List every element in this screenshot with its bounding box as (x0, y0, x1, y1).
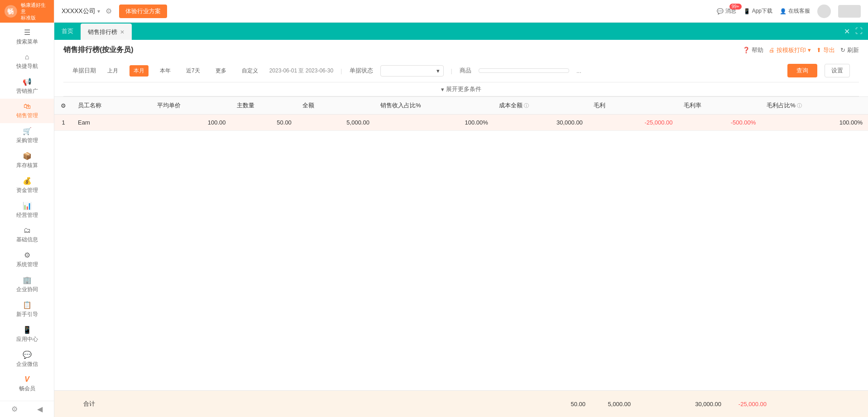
date-preset-more[interactable]: 更多 (211, 65, 230, 77)
sidebar-settings-btn[interactable]: ⚙ (11, 405, 18, 413)
col-settings[interactable]: ⚙ (54, 97, 72, 115)
template-print-btn[interactable]: 🖨 按模板打印 ▾ (769, 46, 811, 54)
footer-qty: 50.00 (555, 395, 591, 412)
content-area: 销售排行榜(按业务员) ❓ 帮助 🖨 按模板打印 ▾ ⬆ 导出 (54, 40, 868, 417)
sidebar-item-marketing[interactable]: 📢 营销推广 (0, 74, 54, 99)
sidebar-nav: ☰ 搜索菜单 ⌂ 快捷导航 📢 营销推广 🛍 销售管理 🛒 采购管理 📦 库存核… (0, 23, 54, 401)
filter-separator-1: | (340, 67, 342, 74)
filter-ellipsis[interactable]: ... (576, 67, 581, 74)
user-name-area[interactable] (838, 5, 861, 18)
refresh-btn[interactable]: ↻ 刷新 (840, 46, 859, 54)
query-button[interactable]: 查询 (787, 64, 817, 77)
footer-amount: 5,000.00 (591, 395, 636, 412)
sidebar-item-vip[interactable]: V 畅会员 (0, 372, 54, 396)
sidebar-item-quick-nav[interactable]: ⌂ 快捷导航 (0, 49, 54, 74)
sidebar-item-guide[interactable]: 📋 新手引导 (0, 297, 54, 322)
online-service-btn[interactable]: 👤 在线客服 (780, 7, 810, 15)
footer-label: 合计 (78, 395, 518, 412)
sidebar-item-wechat[interactable]: 💬 企业微信 (0, 347, 54, 372)
user-avatar[interactable] (817, 5, 831, 18)
col-gross-pct: 毛利占比% ⓘ (761, 97, 868, 115)
cell-qty: 50.00 (231, 115, 297, 131)
cell-gross-rate: -500.00% (678, 115, 762, 131)
marketing-icon: 📢 (23, 77, 32, 86)
footer-empty-rank (60, 395, 78, 412)
topbar-settings-icon[interactable]: ⚙ (106, 7, 112, 15)
footer-total: 合计 50.00 5,000.00 30,000.00 -25,000.00 (54, 390, 868, 417)
app-download-icon: 📱 (743, 8, 750, 14)
col-gross-profit: 毛利 (588, 97, 678, 115)
gross-pct-help-icon[interactable]: ⓘ (797, 103, 802, 108)
expand-more-btn[interactable]: ▾ 展开更多条件 (441, 85, 481, 93)
message-badge: 99+ (729, 4, 742, 10)
sidebar-item-inventory[interactable]: 📦 库存核算 (0, 148, 54, 173)
purchase-icon: 🛒 (23, 127, 32, 135)
sales-icon: 🛍 (24, 102, 31, 110)
logo: 畅 畅康通好生意 标准版 (0, 0, 54, 23)
trial-btn[interactable]: 体验行业方案 (119, 5, 167, 18)
sidebar-item-system[interactable]: ⚙ 系统管理 (0, 247, 54, 272)
sidebar-collapse-btn[interactable]: ◀ (37, 405, 43, 413)
company-name: XXXXX公司 (62, 7, 96, 15)
app-download-btn[interactable]: 📱 App下载 (743, 7, 772, 15)
search-order-icon: ☰ (24, 28, 30, 37)
cost-help-icon[interactable]: ⓘ (524, 103, 529, 108)
cell-rank: 1 (54, 115, 72, 131)
sidebar-item-app-center[interactable]: 📱 应用中心 (0, 322, 54, 347)
sidebar-item-enterprise[interactable]: 🏢 企业协同 (0, 272, 54, 297)
page-title: 销售排行榜(按业务员) (63, 45, 134, 55)
page-actions: ❓ 帮助 🖨 按模板打印 ▾ ⬆ 导出 ↻ 刷新 (743, 46, 859, 54)
sidebar-item-purchase[interactable]: 🛒 采购管理 (0, 123, 54, 148)
status-filter-label: 单据状态 (350, 67, 373, 75)
wechat-icon: 💬 (23, 350, 32, 359)
footer-empty-gross-pct (817, 395, 863, 412)
tabbar-actions: ✕ ⛶ (844, 27, 868, 36)
sidebar-bottom: ⚙ ◀ (0, 401, 54, 417)
topbar: XXXXX公司 ▾ ⚙ 体验行业方案 💬 消息 99+ 📱 App下载 👤 在线… (54, 0, 868, 23)
footer-empty-rate (772, 395, 817, 412)
date-preset-this-month[interactable]: 本月 (129, 65, 149, 77)
main-content: XXXXX公司 ▾ ⚙ 体验行业方案 💬 消息 99+ 📱 App下载 👤 在线… (54, 0, 868, 417)
goods-filter-input[interactable] (479, 68, 569, 73)
tab-close-all-icon[interactable]: ✕ (844, 27, 850, 36)
sidebar-item-search-order[interactable]: ☰ 搜索菜单 (0, 24, 54, 49)
sidebar-item-operations[interactable]: 📊 经营管理 (0, 198, 54, 223)
print-chevron-icon: ▾ (808, 47, 811, 53)
svg-text:畅: 畅 (7, 8, 14, 15)
print-icon: 🖨 (769, 47, 775, 53)
table-header-row: ⚙ 员工名称 平均单价 主数量 全额 销售收入占比% 成本全额 ⓘ 毛利 毛利率… (54, 97, 868, 115)
tab-close-icon[interactable]: ✕ (120, 29, 125, 35)
help-icon: ❓ (743, 47, 750, 53)
tab-maximize-icon[interactable]: ⛶ (855, 27, 863, 35)
date-preset-custom[interactable]: 自定义 (238, 65, 262, 77)
service-icon: 👤 (780, 8, 786, 14)
help-btn[interactable]: ❓ 帮助 (743, 46, 763, 54)
tab-home[interactable]: 首页 (54, 23, 81, 40)
cell-gross-profit: -25,000.00 (588, 115, 678, 131)
system-icon: ⚙ (24, 251, 30, 259)
filter-more-row: ▾ 展开更多条件 (63, 82, 859, 96)
status-filter-select[interactable]: ▾ (380, 65, 444, 77)
cell-gross-pct: 100.00% (761, 115, 868, 131)
tab-sales-rank[interactable]: 销售排行榜 ✕ (81, 24, 132, 41)
logo-icon: 畅 (4, 4, 18, 19)
sidebar-item-basic-info[interactable]: 🗂 基础信息 (0, 223, 54, 247)
col-cost: 成本全额 ⓘ (494, 97, 588, 115)
goods-filter-label: 商品 (460, 67, 471, 75)
date-filter-label: 单据日期 (72, 67, 96, 75)
settings-button[interactable]: 设置 (825, 64, 850, 77)
company-selector[interactable]: XXXXX公司 ▾ (62, 7, 100, 15)
date-preset-this-year[interactable]: 本年 (156, 65, 175, 77)
date-preset-last-7-days[interactable]: 近7天 (182, 65, 204, 77)
filter-row: 单据日期 上月 本月 本年 近7天 更多 自定义 2023-06-01 至 20… (63, 59, 859, 82)
enterprise-icon: 🏢 (23, 276, 32, 284)
sidebar-item-sales[interactable]: 🛍 销售管理 (0, 99, 54, 123)
export-btn[interactable]: ⬆ 导出 (816, 46, 835, 54)
date-preset-last-month[interactable]: 上月 (103, 65, 122, 77)
message-btn[interactable]: 💬 消息 99+ (717, 7, 736, 15)
sidebar-item-finance[interactable]: 💰 资金管理 (0, 173, 54, 198)
col-avg-price: 平均单价 (152, 97, 231, 115)
finance-icon: 💰 (23, 177, 32, 185)
filter-separator-2: | (451, 67, 452, 74)
cell-employee: Eam (72, 115, 152, 131)
